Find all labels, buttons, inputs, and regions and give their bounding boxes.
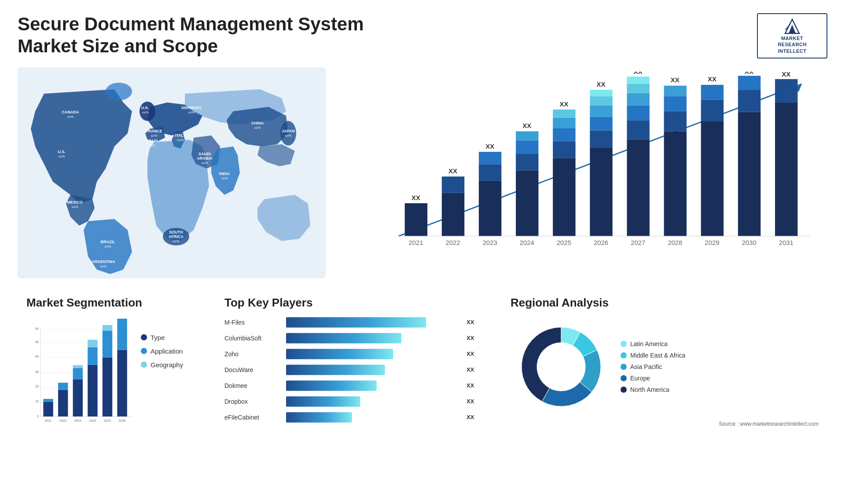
svg-text:XX: XX xyxy=(485,142,494,150)
page: Secure Document Management System Market… xyxy=(0,0,845,504)
player-bar-wrap xyxy=(286,364,459,376)
player-row: Dokmee XX xyxy=(224,380,480,392)
svg-rect-125 xyxy=(73,365,83,368)
map-svg: CANADA xx% U.S. xx% MEXICO xx% BRAZIL xx… xyxy=(18,67,326,278)
svg-text:2030: 2030 xyxy=(742,239,756,246)
svg-marker-1 xyxy=(789,25,796,33)
logo-icon xyxy=(781,18,803,35)
svg-text:xx%: xx% xyxy=(201,161,208,165)
svg-text:0: 0 xyxy=(37,414,39,418)
svg-rect-78 xyxy=(664,96,687,111)
legend-dot-application xyxy=(141,348,147,354)
svg-rect-47 xyxy=(479,181,501,236)
svg-text:xx%: xx% xyxy=(177,138,184,142)
svg-text:2021: 2021 xyxy=(45,419,52,423)
svg-text:2024: 2024 xyxy=(89,419,96,423)
svg-text:U.S.: U.S. xyxy=(58,150,66,154)
svg-text:XX: XX xyxy=(597,80,606,88)
svg-text:2027: 2027 xyxy=(631,239,645,246)
regional-legend-label: Middle East & Africa xyxy=(630,352,685,359)
svg-rect-131 xyxy=(103,325,112,331)
svg-rect-69 xyxy=(627,139,649,236)
svg-rect-142 xyxy=(286,349,393,359)
svg-text:ITALY: ITALY xyxy=(175,133,186,138)
svg-rect-71 xyxy=(627,106,649,121)
svg-rect-74 xyxy=(627,77,649,84)
donut-chart xyxy=(511,316,612,417)
svg-text:xx%: xx% xyxy=(221,176,228,180)
svg-rect-119 xyxy=(43,402,53,416)
svg-text:10: 10 xyxy=(35,399,39,403)
svg-rect-44 xyxy=(442,193,464,236)
svg-text:2026: 2026 xyxy=(119,419,126,423)
top-section: CANADA xx% U.S. xx% MEXICO xx% BRAZIL xx… xyxy=(18,67,827,278)
legend-application: Application xyxy=(141,347,194,355)
svg-rect-63 xyxy=(590,131,612,148)
svg-rect-57 xyxy=(553,142,575,158)
svg-text:XX: XX xyxy=(634,72,643,75)
header: Secure Document Management System Market… xyxy=(18,13,827,58)
svg-text:xx%: xx% xyxy=(151,134,157,138)
svg-text:AFRICA: AFRICA xyxy=(169,234,184,239)
svg-rect-66 xyxy=(590,96,612,106)
player-name: Dokmee xyxy=(224,382,282,389)
svg-rect-77 xyxy=(664,111,687,131)
market-segmentation: Market Segmentation 0 10 20 30 40 50 xyxy=(18,292,202,476)
market-bar-chart: XX XX XX XX xyxy=(339,67,827,278)
player-value: XX xyxy=(467,382,480,389)
player-bar-svg xyxy=(286,364,459,376)
player-bar-wrap xyxy=(286,380,459,392)
player-row: eFileCabinet XX xyxy=(224,411,480,424)
svg-rect-129 xyxy=(103,357,112,416)
svg-rect-82 xyxy=(701,99,724,121)
bottom-section: Market Segmentation 0 10 20 30 40 50 xyxy=(18,292,827,476)
world-map: CANADA xx% U.S. xx% MEXICO xx% BRAZIL xx… xyxy=(18,67,326,278)
svg-text:XX: XX xyxy=(448,167,457,175)
player-name: DocuWare xyxy=(224,366,282,373)
regional-legend-dot xyxy=(621,387,627,393)
bar-chart-svg: XX XX XX XX xyxy=(365,72,819,261)
svg-text:2022: 2022 xyxy=(445,239,460,246)
svg-rect-72 xyxy=(627,93,649,105)
svg-text:xx%: xx% xyxy=(173,239,179,243)
svg-text:XX: XX xyxy=(745,72,753,75)
svg-rect-133 xyxy=(117,318,127,350)
svg-text:xx%: xx% xyxy=(254,126,261,130)
player-bar-svg xyxy=(286,380,459,392)
regional-legend: Latin AmericaMiddle East & AfricaAsia Pa… xyxy=(621,340,819,393)
svg-text:50: 50 xyxy=(35,340,39,344)
svg-text:60: 60 xyxy=(35,327,39,331)
player-value: XX xyxy=(467,366,480,373)
svg-text:XX: XX xyxy=(708,75,716,83)
svg-text:2031: 2031 xyxy=(779,239,794,246)
page-title: Secure Document Management System Market… xyxy=(18,13,414,58)
svg-rect-52 xyxy=(516,154,538,170)
player-bar-svg xyxy=(286,316,459,329)
svg-text:2025: 2025 xyxy=(104,419,111,423)
svg-rect-79 xyxy=(664,86,687,96)
player-row: ColumbiaSoft XX xyxy=(224,332,480,344)
players-title: Top Key Players xyxy=(224,296,480,310)
svg-point-7 xyxy=(280,121,296,146)
svg-point-4 xyxy=(106,83,132,100)
seg-svg-wrap: 0 10 20 30 40 50 60 xyxy=(26,316,132,441)
svg-text:MEXICO: MEXICO xyxy=(67,200,83,205)
legend-geography: Geography xyxy=(141,361,194,369)
player-bar-wrap xyxy=(286,316,459,329)
regional-legend-label: Europe xyxy=(630,375,650,382)
svg-text:40: 40 xyxy=(35,354,39,358)
svg-text:U.K.: U.K. xyxy=(141,106,149,110)
player-name: Dropbox xyxy=(224,398,282,405)
svg-rect-140 xyxy=(286,317,426,328)
svg-rect-67 xyxy=(590,90,612,96)
svg-text:2025: 2025 xyxy=(557,239,571,246)
svg-text:ARABIA: ARABIA xyxy=(197,156,213,161)
seg-svg: 0 10 20 30 40 50 60 xyxy=(26,316,132,439)
svg-rect-81 xyxy=(701,121,724,236)
svg-rect-89 xyxy=(775,102,797,236)
svg-text:2028: 2028 xyxy=(668,239,682,246)
svg-text:2023: 2023 xyxy=(483,239,497,246)
svg-rect-144 xyxy=(286,380,377,391)
svg-rect-143 xyxy=(286,365,385,375)
svg-text:xx%: xx% xyxy=(188,110,195,114)
